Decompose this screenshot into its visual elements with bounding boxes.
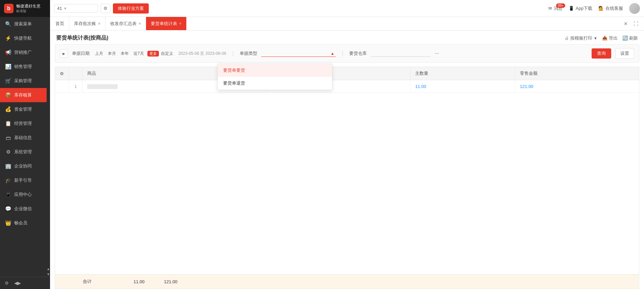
col-qty: 主数量	[410, 67, 515, 80]
tab-close-all-btn[interactable]: ✕	[622, 20, 630, 28]
refresh-btn[interactable]: 🔄 刷新	[622, 35, 638, 41]
filter-more-btn[interactable]: ···	[434, 50, 439, 57]
sidebar-item-search[interactable]: 🔍 搜索菜单	[0, 17, 47, 31]
finance-icon: 💰	[5, 106, 11, 113]
inventory-icon: 📦	[5, 92, 11, 98]
sidebar-item-system[interactable]: ⚙ 系统管理	[0, 145, 47, 159]
dropdown-item-demand-return[interactable]: 要货单退货	[218, 77, 332, 90]
trial-industry-btn[interactable]: 体验行业方案	[113, 3, 149, 14]
filter-expand-btn[interactable]: ▶	[60, 49, 68, 58]
set-btn[interactable]: 设置	[615, 48, 634, 59]
date-btn-7days[interactable]: 近7天	[132, 50, 145, 57]
topbar-settings-btn[interactable]: ⚙	[101, 4, 110, 13]
tab-collection[interactable]: 收发存汇总表 ×	[105, 17, 146, 30]
sidebar-item-finance[interactable]: 💰 资金管理	[0, 102, 47, 116]
print-template-btn[interactable]: 🖨 按模板打印 ▼	[565, 35, 597, 41]
sidebar-item-operations[interactable]: 📋 经营管理	[0, 116, 47, 131]
warehouse-input[interactable]	[371, 50, 430, 57]
table-header-row: ⚙ 商品 主计量单位 主数量 零售金额	[55, 67, 639, 80]
sidebar-item-newbie[interactable]: 🎓 新手引导	[0, 173, 47, 187]
footer-total-qty: 11.00	[129, 279, 159, 284]
online-service-btn[interactable]: 💁 在线客服	[598, 5, 623, 12]
tab-home-label: 首页	[55, 21, 64, 27]
page-header: 要货单统计表(按商品) 🖨 按模板打印 ▼ 📤 导出 🔄 刷新	[50, 30, 644, 44]
tab-home[interactable]: 首页	[54, 17, 69, 30]
sidebar-item-label: 新手引导	[14, 177, 32, 183]
type-input-wrap: ▲	[261, 50, 336, 57]
sidebar-item-quicknav[interactable]: ⚡ 快捷导航	[0, 31, 47, 45]
sidebar-collapse-btn[interactable]: ◀▶	[14, 281, 21, 286]
sidebar-item-enterprise[interactable]: 🏢 企业协同	[0, 159, 47, 173]
product-placeholder	[87, 84, 118, 89]
store-selector[interactable]: 41 ▼	[54, 4, 98, 13]
date-more-btn[interactable]: 更多	[147, 51, 159, 57]
type-dropdown-arrow[interactable]: ▲	[330, 51, 334, 56]
basic-icon: 🗃	[5, 134, 11, 141]
dropdown-item-demand-order[interactable]: 要货单要货	[218, 64, 332, 77]
query-btn[interactable]: 查询	[592, 48, 611, 59]
sidebar-item-label: 快捷导航	[14, 35, 32, 41]
sidebar-item-corpwx[interactable]: 💬 企业微信	[0, 202, 47, 216]
row-number: 1	[69, 80, 82, 93]
table-wrap: ⚙ 商品 主计量单位 主数量 零售金额 1	[55, 67, 639, 274]
page-content: 要货单统计表(按商品) 🖨 按模板打印 ▼ 📤 导出 🔄 刷新	[50, 30, 644, 289]
logo-sub: 标准版	[16, 9, 41, 13]
tab-demand-close[interactable]: ×	[179, 21, 182, 26]
tab-collection-close[interactable]: ×	[139, 21, 141, 26]
page-header-actions: 🖨 按模板打印 ▼ 📤 导出 🔄 刷新	[565, 35, 638, 41]
sidebar-scroll-up[interactable]: ▲	[47, 266, 50, 271]
refresh-label: 刷新	[629, 35, 638, 41]
message-icon: ✉	[548, 6, 552, 11]
tab-demand[interactable]: 要货单统计表 ×	[146, 17, 187, 30]
sidebar-item-label: 系统管理	[14, 149, 32, 155]
tab-end-buttons: ✕ ⛶	[622, 20, 640, 28]
quicknav-icon: ⚡	[5, 35, 11, 42]
gear-icon: ⚙	[103, 6, 108, 11]
row-amount: 121.00	[515, 80, 639, 93]
sidebar-item-label: 资金管理	[14, 106, 32, 112]
refresh-icon: 🔄	[622, 36, 628, 41]
phone-icon: 📱	[569, 6, 574, 11]
sidebar-item-member[interactable]: 👑 畅会员	[0, 216, 47, 230]
service-icon: 💁	[598, 6, 604, 11]
print-label: 按模板打印	[570, 35, 592, 41]
sidebar-item-basic[interactable]: 🗃 基础信息	[0, 131, 47, 145]
sidebar-settings-btn[interactable]: ⚙	[5, 281, 9, 286]
sidebar-item-inventory[interactable]: 📦 库存核算	[0, 88, 47, 102]
chevron-down-icon[interactable]: ▼	[594, 36, 597, 40]
chevron-down-icon: ▼	[63, 6, 67, 10]
type-input[interactable]	[261, 50, 336, 57]
sidebar-item-purchase[interactable]: 🛒 采购管理	[0, 74, 47, 88]
sidebar-item-label: 库存核算	[14, 92, 32, 98]
sidebar-item-appstore[interactable]: 📱 应用中心	[0, 187, 47, 202]
date-btn-this-month[interactable]: 本月	[106, 50, 117, 57]
page-title: 要货单统计表(按商品)	[56, 35, 109, 42]
date-custom-btn[interactable]: 自定义	[161, 51, 173, 57]
tabbar: 首页 库存批次账 × 收发存汇总表 × 要货单统计表 × ✕ ⛶	[50, 17, 644, 30]
messages-btn[interactable]: ✉ 消息 99+	[548, 5, 563, 12]
warehouse-label: 要货仓库	[349, 50, 367, 57]
date-label: 单据日期	[72, 50, 90, 57]
date-btn-this-year[interactable]: 本年	[119, 50, 130, 57]
app-download-label: App下载	[576, 5, 592, 12]
newbie-icon: 🎓	[5, 177, 11, 184]
app-download-btn[interactable]: 📱 App下载	[569, 5, 592, 12]
sidebar-scroll-down[interactable]: ▼	[47, 271, 50, 277]
sidebar-item-marketing[interactable]: 📢 营销推广	[0, 45, 47, 60]
sidebar-item-sales[interactable]: 📊 销售管理	[0, 60, 47, 74]
sidebar-item-label: 畅会员	[14, 220, 27, 226]
tab-expand-btn[interactable]: ⛶	[632, 20, 640, 28]
user-avatar[interactable]	[629, 3, 640, 14]
tab-batch[interactable]: 库存批次账 ×	[69, 17, 105, 30]
tab-batch-close[interactable]: ×	[98, 21, 100, 26]
purchase-icon: 🛒	[5, 77, 11, 84]
col-amount: 零售金额	[515, 67, 639, 80]
export-btn[interactable]: 📤 导出	[602, 35, 618, 41]
system-icon: ⚙	[5, 149, 11, 155]
operations-icon: 📋	[5, 120, 11, 127]
col-settings[interactable]: ⚙	[55, 67, 69, 80]
sales-icon: 📊	[5, 63, 11, 70]
date-btn-last-month[interactable]: 上月	[94, 50, 104, 57]
tab-batch-label: 库存批次账	[74, 21, 96, 27]
corpwx-icon: 💬	[5, 205, 11, 212]
